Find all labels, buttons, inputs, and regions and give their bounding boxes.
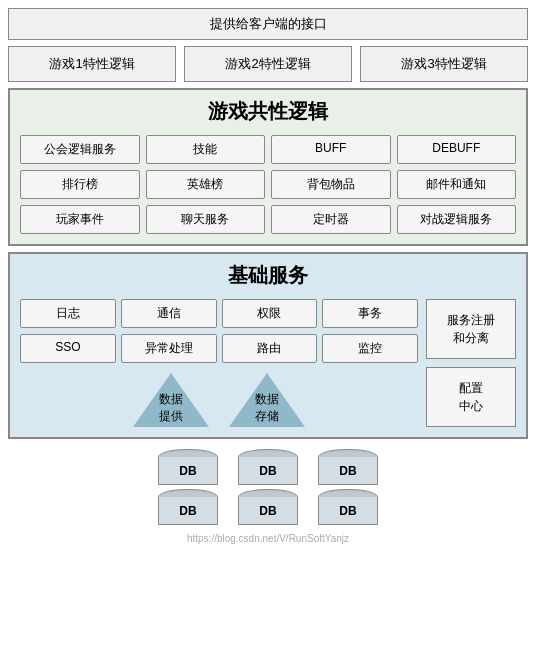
- service-row-2: SSO 异常处理 路由 监控: [20, 334, 418, 363]
- game-specific-item-1: 游戏1特性逻辑: [8, 46, 176, 82]
- foundation-content: 日志 通信 权限 事务 SSO 异常处理 路由 监控 数据: [20, 299, 516, 427]
- service-item-exception: 异常处理: [121, 334, 217, 363]
- db-cylinder-1-1: DB: [158, 449, 218, 485]
- logic-item-4: 排行榜: [20, 170, 140, 199]
- db-row-2: DB DB DB: [18, 489, 518, 525]
- service-item-sso: SSO: [20, 334, 116, 363]
- db-row-1: DB DB DB: [18, 449, 518, 485]
- shared-logic-section: 游戏共性逻辑 公会逻辑服务 技能 BUFF DEBUFF 排行榜 英雄榜 背包物…: [8, 88, 528, 246]
- interface-bar: 提供给客户端的接口: [8, 8, 528, 40]
- interface-label: 提供给客户端的接口: [210, 16, 327, 31]
- service-item-monitor: 监控: [322, 334, 418, 363]
- logic-item-10: 定时器: [271, 205, 391, 234]
- foundation-right: 服务注册和分离 配置中心: [426, 299, 516, 427]
- logic-item-6: 背包物品: [271, 170, 391, 199]
- db-body-1-1: DB: [158, 457, 218, 485]
- triangle-data-store: 数据 存储: [229, 373, 305, 427]
- service-item-auth: 权限: [222, 299, 318, 328]
- service-item-tx: 事务: [322, 299, 418, 328]
- shared-logic-title: 游戏共性逻辑: [20, 98, 516, 125]
- db-cylinder-2-2: DB: [238, 489, 298, 525]
- db-cylinder-1-2: DB: [238, 449, 298, 485]
- logic-item-3: DEBUFF: [397, 135, 517, 164]
- right-box-config-label: 配置中心: [459, 379, 483, 415]
- db-section: DB DB DB DB DB DB: [8, 449, 528, 525]
- triangle-data-provide: 数据 提供: [133, 373, 209, 427]
- logic-item-7: 邮件和通知: [397, 170, 517, 199]
- logic-item-2: BUFF: [271, 135, 391, 164]
- db-body-1-2: DB: [238, 457, 298, 485]
- logic-item-0: 公会逻辑服务: [20, 135, 140, 164]
- db-cylinder-2-3: DB: [318, 489, 378, 525]
- triangle-shape-2: [229, 373, 305, 427]
- logic-item-11: 对战逻辑服务: [397, 205, 517, 234]
- db-body-2-2: DB: [238, 497, 298, 525]
- right-box-config: 配置中心: [426, 367, 516, 427]
- logic-item-8: 玩家事件: [20, 205, 140, 234]
- service-row-1: 日志 通信 权限 事务: [20, 299, 418, 328]
- service-item-comm: 通信: [121, 299, 217, 328]
- db-body-1-3: DB: [318, 457, 378, 485]
- service-item-log: 日志: [20, 299, 116, 328]
- db-cylinder-2-1: DB: [158, 489, 218, 525]
- game-specific-item-3: 游戏3特性逻辑: [360, 46, 528, 82]
- right-box-registration-label: 服务注册和分离: [447, 311, 495, 347]
- db-cylinder-1-3: DB: [318, 449, 378, 485]
- foundation-bottom-row: 数据 提供 数据 存储: [20, 373, 418, 427]
- db-body-2-3: DB: [318, 497, 378, 525]
- logic-item-1: 技能: [146, 135, 266, 164]
- db-body-2-1: DB: [158, 497, 218, 525]
- main-container: 提供给客户端的接口 游戏1特性逻辑 游戏2特性逻辑 游戏3特性逻辑 游戏共性逻辑…: [8, 8, 528, 544]
- logic-item-5: 英雄榜: [146, 170, 266, 199]
- foundation-title: 基础服务: [20, 262, 516, 289]
- game-specific-item-2: 游戏2特性逻辑: [184, 46, 352, 82]
- game-specific-row: 游戏1特性逻辑 游戏2特性逻辑 游戏3特性逻辑: [8, 46, 528, 82]
- logic-item-9: 聊天服务: [146, 205, 266, 234]
- foundation-section: 基础服务 日志 通信 权限 事务 SSO 异常处理 路由 监控: [8, 252, 528, 439]
- right-box-registration: 服务注册和分离: [426, 299, 516, 359]
- service-item-routing: 路由: [222, 334, 318, 363]
- shared-logic-grid: 公会逻辑服务 技能 BUFF DEBUFF 排行榜 英雄榜 背包物品 邮件和通知…: [20, 135, 516, 234]
- triangle-shape-1: [133, 373, 209, 427]
- foundation-left: 日志 通信 权限 事务 SSO 异常处理 路由 监控 数据: [20, 299, 418, 427]
- watermark: https://blog.csdn.net/V/RunSoftYanjz: [8, 533, 528, 544]
